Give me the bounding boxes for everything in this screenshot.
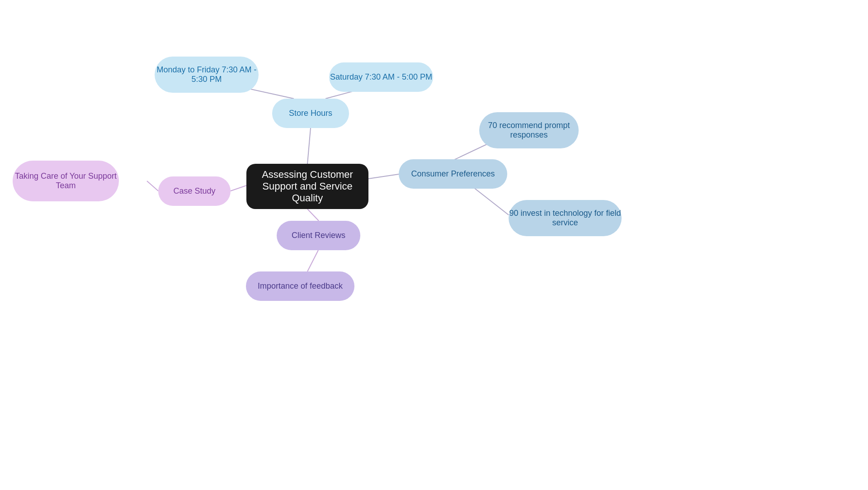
svg-line-3 — [368, 174, 399, 179]
technology-node: 90 invest in technology for field servic… — [509, 200, 622, 236]
svg-line-6 — [231, 186, 246, 191]
svg-line-7 — [147, 181, 158, 191]
monday-hours-node: Monday to Friday 7:30 AM - 5:30 PM — [155, 57, 259, 93]
svg-line-9 — [307, 250, 318, 271]
case-study-node: Case Study — [158, 176, 231, 206]
support-team-node: Taking Care of Your Support Team — [13, 161, 119, 201]
consumer-preferences-node: Consumer Preferences — [399, 159, 507, 189]
prompt-responses-node: 70 recommend prompt responses — [479, 112, 579, 148]
client-reviews-node: Client Reviews — [277, 221, 360, 250]
importance-feedback-node: Importance of feedback — [246, 271, 354, 301]
saturday-hours-node: Saturday 7:30 AM - 5:00 PM — [329, 62, 433, 92]
store-hours-node: Store Hours — [272, 99, 349, 128]
svg-line-8 — [307, 209, 319, 221]
center-node: Assessing Customer Support and Service Q… — [246, 164, 368, 209]
svg-line-0 — [307, 128, 311, 164]
